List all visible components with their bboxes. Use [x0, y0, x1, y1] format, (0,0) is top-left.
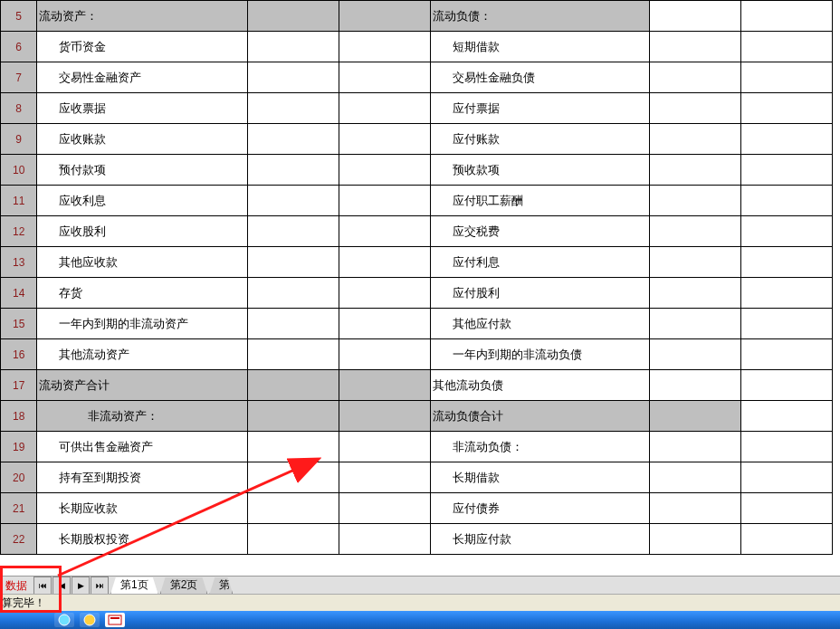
liability-value-2[interactable] [740, 216, 832, 247]
asset-value-1[interactable] [247, 1, 339, 32]
liability-value-1[interactable] [649, 216, 740, 247]
liability-label[interactable]: 应付债券 [430, 493, 649, 524]
asset-label[interactable]: 流动资产合计 [37, 370, 247, 401]
row-header[interactable]: 18 [1, 401, 37, 432]
liability-value-2[interactable] [740, 247, 832, 278]
liability-value-1[interactable] [649, 32, 740, 62]
taskbar-app-3-icon[interactable] [105, 613, 125, 627]
liability-value-2[interactable] [740, 278, 832, 309]
nav-prev-button[interactable]: ◀ [52, 577, 71, 595]
row-header[interactable]: 21 [1, 493, 37, 524]
asset-value-1[interactable] [247, 247, 339, 278]
nav-first-button[interactable]: ⏮ [33, 577, 52, 595]
taskbar-app-1-icon[interactable] [54, 613, 74, 627]
liability-label[interactable]: 应付职工薪酬 [430, 186, 649, 216]
asset-value-2[interactable] [339, 278, 430, 309]
asset-value-1[interactable] [247, 309, 339, 339]
asset-label[interactable]: 预付款项 [37, 155, 247, 186]
liability-value-2[interactable] [740, 186, 832, 216]
row-header[interactable]: 9 [1, 124, 37, 155]
taskbar-app-2-icon[interactable] [80, 613, 100, 627]
liability-label[interactable]: 流动负债合计 [430, 401, 649, 432]
asset-value-1[interactable] [247, 432, 339, 462]
asset-label[interactable]: 其他流动资产 [37, 339, 247, 370]
liability-value-1[interactable] [649, 339, 740, 370]
asset-label[interactable]: 长期应收款 [37, 493, 247, 524]
asset-label[interactable]: 货币资金 [37, 32, 247, 62]
liability-label[interactable]: 非流动负债： [430, 432, 649, 462]
asset-label[interactable]: 非流动资产： [37, 401, 247, 432]
asset-value-2[interactable] [339, 93, 430, 124]
asset-value-2[interactable] [339, 124, 430, 155]
liability-value-2[interactable] [740, 309, 832, 339]
asset-value-2[interactable] [339, 62, 430, 93]
row-header[interactable]: 16 [1, 339, 37, 370]
liability-label[interactable]: 应付账款 [430, 124, 649, 155]
liability-value-2[interactable] [740, 32, 832, 62]
asset-label[interactable]: 持有至到期投资 [37, 462, 247, 493]
row-header[interactable]: 20 [1, 462, 37, 493]
row-header[interactable]: 17 [1, 370, 37, 401]
asset-label[interactable]: 存货 [37, 278, 247, 309]
nav-next-button[interactable]: ▶ [72, 577, 90, 595]
liability-label[interactable]: 其他应付款 [430, 309, 649, 339]
liability-value-1[interactable] [649, 62, 740, 93]
liability-value-2[interactable] [740, 493, 832, 524]
asset-value-2[interactable] [339, 155, 430, 186]
liability-value-1[interactable] [649, 462, 740, 493]
asset-value-1[interactable] [247, 370, 339, 401]
liability-value-1[interactable] [649, 1, 740, 32]
liability-label[interactable]: 一年内到期的非流动负债 [430, 339, 649, 370]
asset-label[interactable]: 应收利息 [37, 186, 247, 216]
liability-value-1[interactable] [649, 124, 740, 155]
row-header[interactable]: 19 [1, 432, 37, 462]
liability-value-2[interactable] [740, 93, 832, 124]
asset-value-1[interactable] [247, 93, 339, 124]
row-header[interactable]: 10 [1, 155, 37, 186]
liability-label[interactable]: 应付利息 [430, 247, 649, 278]
liability-label[interactable]: 应付股利 [430, 278, 649, 309]
asset-value-2[interactable] [339, 186, 430, 216]
liability-value-1[interactable] [649, 186, 740, 216]
asset-value-1[interactable] [247, 32, 339, 62]
liability-value-1[interactable] [649, 401, 740, 432]
liability-label[interactable]: 应交税费 [430, 216, 649, 247]
row-header[interactable]: 14 [1, 278, 37, 309]
asset-value-1[interactable] [247, 493, 339, 524]
row-header[interactable]: 7 [1, 62, 37, 93]
asset-value-1[interactable] [247, 155, 339, 186]
liability-value-1[interactable] [649, 370, 740, 401]
liability-value-1[interactable] [649, 155, 740, 186]
liability-value-1[interactable] [649, 93, 740, 124]
asset-value-2[interactable] [339, 309, 430, 339]
liability-value-1[interactable] [649, 524, 740, 555]
asset-label[interactable]: 应收票据 [37, 93, 247, 124]
asset-label[interactable]: 一年内到期的非流动资产 [37, 309, 247, 339]
asset-value-2[interactable] [339, 524, 430, 555]
row-header[interactable]: 5 [1, 1, 37, 32]
sheet-tab-data[interactable]: 数据 [0, 578, 33, 594]
asset-value-2[interactable] [339, 462, 430, 493]
asset-value-2[interactable] [339, 401, 430, 432]
asset-value-1[interactable] [247, 278, 339, 309]
sheet-tab-page2[interactable]: 第2页 [160, 577, 208, 595]
row-header[interactable]: 11 [1, 186, 37, 216]
liability-value-2[interactable] [740, 124, 832, 155]
asset-value-2[interactable] [339, 339, 430, 370]
asset-value-1[interactable] [247, 401, 339, 432]
liability-value-2[interactable] [740, 370, 832, 401]
asset-label[interactable]: 流动资产： [37, 1, 247, 32]
liability-label[interactable]: 交易性金融负债 [430, 62, 649, 93]
asset-value-2[interactable] [339, 32, 430, 62]
liability-value-2[interactable] [740, 62, 832, 93]
liability-value-1[interactable] [649, 493, 740, 524]
asset-value-2[interactable] [339, 247, 430, 278]
asset-label[interactable]: 应收股利 [37, 216, 247, 247]
asset-label[interactable]: 其他应收款 [37, 247, 247, 278]
row-header[interactable]: 8 [1, 93, 37, 124]
asset-value-2[interactable] [339, 1, 430, 32]
asset-value-1[interactable] [247, 62, 339, 93]
liability-label[interactable]: 应付票据 [430, 93, 649, 124]
asset-label[interactable]: 长期股权投资 [37, 524, 247, 555]
sheet-tab-partial[interactable]: 第 [209, 577, 233, 595]
